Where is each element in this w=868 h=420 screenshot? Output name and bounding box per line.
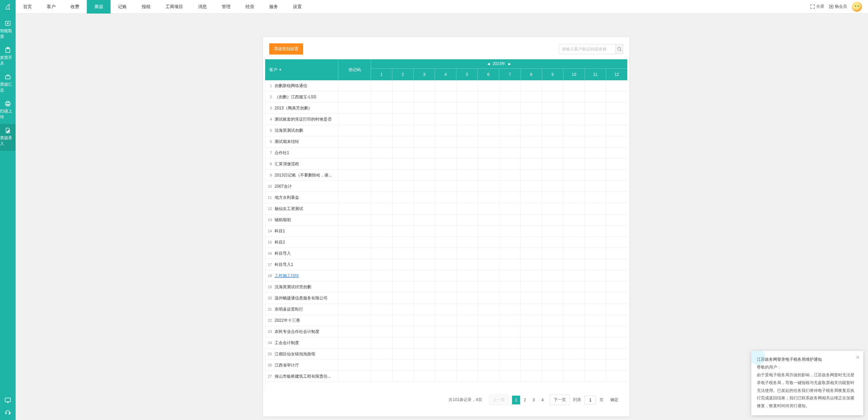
row-month-cell[interactable]: [606, 270, 627, 281]
row-month-cell[interactable]: [521, 248, 542, 259]
row-month-cell[interactable]: [564, 181, 585, 192]
row-month-cell[interactable]: [606, 214, 627, 225]
row-month-cell[interactable]: [564, 114, 585, 125]
row-month-cell[interactable]: [371, 203, 393, 214]
row-month-cell[interactable]: [499, 136, 521, 147]
row-customer-name[interactable]: 工程施工结转: [273, 270, 339, 281]
row-month-cell[interactable]: [457, 315, 478, 326]
row-month-cell[interactable]: [457, 80, 478, 91]
row-month-cell[interactable]: [393, 293, 414, 303]
row-month-cell[interactable]: [521, 226, 542, 236]
pager-page-1[interactable]: 1: [512, 396, 520, 404]
row-month-cell[interactable]: [499, 181, 521, 192]
row-month-cell[interactable]: [478, 304, 499, 315]
row-month-cell[interactable]: [606, 326, 627, 337]
row-month-cell[interactable]: [393, 349, 414, 359]
headset-icon[interactable]: [5, 409, 11, 415]
table-row[interactable]: 2（勿删）江西服宝-LSS: [265, 91, 627, 103]
row-month-cell[interactable]: [542, 326, 564, 337]
row-month-cell[interactable]: [542, 170, 564, 181]
table-row[interactable]: 7合作社1: [265, 147, 627, 159]
year-next-button[interactable]: ▶: [508, 62, 511, 66]
nav-item-3[interactable]: 票据: [87, 0, 111, 14]
row-month-cell[interactable]: [521, 304, 542, 315]
row-month-cell[interactable]: [542, 214, 564, 225]
row-month-cell[interactable]: [393, 80, 414, 91]
row-month-cell[interactable]: [606, 360, 627, 371]
row-month-cell[interactable]: [457, 270, 478, 281]
table-row[interactable]: 92013日记账（不要删除哈，谢...: [265, 170, 627, 181]
nav-item-10[interactable]: 服务: [262, 0, 285, 14]
row-month-cell[interactable]: [521, 259, 542, 270]
row-month-cell[interactable]: [435, 91, 457, 102]
row-month-cell[interactable]: [499, 371, 521, 382]
row-month-cell[interactable]: [393, 91, 414, 102]
row-month-cell[interactable]: [371, 259, 393, 270]
row-month-cell[interactable]: [606, 203, 627, 214]
row-month-cell[interactable]: [564, 371, 585, 382]
row-month-cell[interactable]: [393, 248, 414, 259]
nav-item-5[interactable]: 报税: [134, 0, 158, 14]
row-month-cell[interactable]: [371, 91, 393, 102]
table-row[interactable]: 16科目导入: [265, 248, 627, 259]
row-month-cell[interactable]: [393, 125, 414, 136]
row-month-cell[interactable]: [564, 136, 585, 147]
row-month-cell[interactable]: [457, 103, 478, 113]
row-month-cell[interactable]: [478, 114, 499, 125]
row-month-cell[interactable]: [521, 125, 542, 136]
row-month-cell[interactable]: [521, 80, 542, 91]
row-month-cell[interactable]: [542, 192, 564, 203]
row-month-cell[interactable]: [414, 326, 435, 337]
row-month-cell[interactable]: [457, 237, 478, 248]
table-row[interactable]: 11地方水利基金: [265, 192, 627, 203]
row-month-cell[interactable]: [457, 114, 478, 125]
row-month-cell[interactable]: [478, 136, 499, 147]
row-month-cell[interactable]: [393, 170, 414, 181]
row-month-cell[interactable]: [393, 281, 414, 292]
table-row[interactable]: 26江西省审计厅: [265, 360, 627, 371]
row-month-cell[interactable]: [606, 159, 627, 169]
row-month-cell[interactable]: [564, 259, 585, 270]
row-month-cell[interactable]: [521, 237, 542, 248]
row-month-cell[interactable]: [457, 226, 478, 236]
row-month-cell[interactable]: [499, 237, 521, 248]
row-month-cell[interactable]: [499, 103, 521, 113]
row-month-cell[interactable]: [542, 147, 564, 158]
row-month-cell[interactable]: [564, 192, 585, 203]
table-row[interactable]: 27保山市板桥建筑工程有限责任...: [265, 371, 627, 382]
year-prev-button[interactable]: ◀: [487, 62, 490, 66]
row-month-cell[interactable]: [521, 181, 542, 192]
row-month-cell[interactable]: [606, 293, 627, 303]
table-row[interactable]: 21东明县设置鞋行: [265, 304, 627, 315]
row-month-cell[interactable]: [435, 315, 457, 326]
row-month-cell[interactable]: [606, 315, 627, 326]
nav-item-1[interactable]: 客户: [39, 0, 63, 14]
nav-item-6[interactable]: 工商项目: [158, 0, 191, 14]
row-month-cell[interactable]: [393, 103, 414, 113]
row-month-cell[interactable]: [478, 237, 499, 248]
row-month-cell[interactable]: [393, 237, 414, 248]
row-month-cell[interactable]: [585, 360, 606, 371]
row-month-cell[interactable]: [414, 259, 435, 270]
row-month-cell[interactable]: [435, 226, 457, 236]
row-month-cell[interactable]: [371, 337, 393, 348]
row-month-cell[interactable]: [542, 281, 564, 292]
table-row[interactable]: 14科目1: [265, 226, 627, 237]
row-month-cell[interactable]: [371, 349, 393, 359]
row-month-cell[interactable]: [499, 214, 521, 225]
row-month-cell[interactable]: [371, 114, 393, 125]
pager-page-4[interactable]: 4: [538, 396, 547, 404]
row-month-cell[interactable]: [478, 91, 499, 102]
row-month-cell[interactable]: [435, 237, 457, 248]
table-row[interactable]: 18工程施工结转: [265, 270, 627, 281]
row-month-cell[interactable]: [499, 304, 521, 315]
row-month-cell[interactable]: [521, 103, 542, 113]
row-month-cell[interactable]: [457, 125, 478, 136]
table-row[interactable]: 24工会会计制度: [265, 337, 627, 349]
row-month-cell[interactable]: [606, 147, 627, 158]
row-month-cell[interactable]: [585, 91, 606, 102]
row-month-cell[interactable]: [414, 237, 435, 248]
row-month-cell[interactable]: [393, 181, 414, 192]
row-month-cell[interactable]: [478, 170, 499, 181]
row-month-cell[interactable]: [371, 214, 393, 225]
